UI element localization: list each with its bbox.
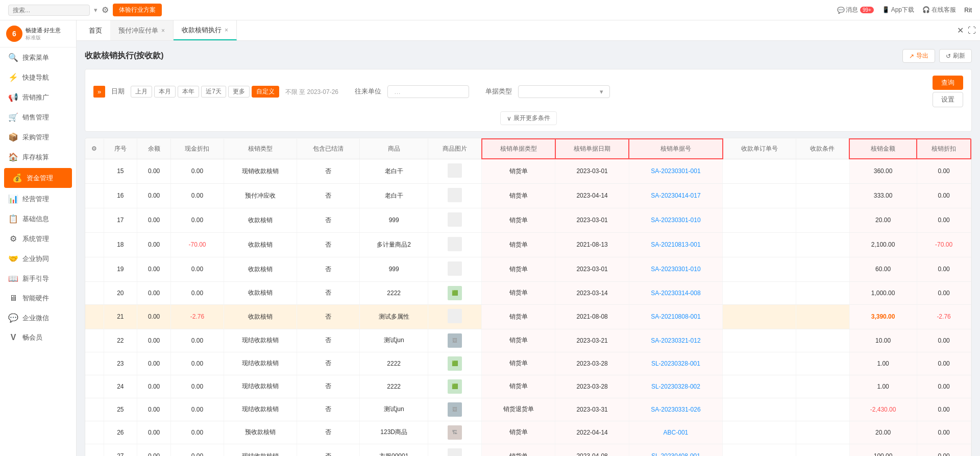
cell-writeoff-type: 预付冲应收 <box>224 183 297 208</box>
order-type-label: 单据类型 <box>485 87 512 96</box>
cell-writeoff-no: SL-20230328-001 <box>629 352 722 375</box>
cell-writeoff-no: SA-20230301-010 <box>629 257 722 281</box>
sidebar-item-quicknav[interactable]: ⚡ 快捷导航 <box>0 67 76 87</box>
cell-included-settled: 否 <box>297 398 359 421</box>
sidebar-item-guide[interactable]: 📖 新手引导 <box>0 269 76 289</box>
app-logo: 6 <box>6 26 22 42</box>
cell-writeoff-date: 2023-03-14 <box>555 281 629 304</box>
query-button[interactable]: 查询 <box>933 76 963 90</box>
cell-writeoff-date: 2023-03-31 <box>555 398 629 421</box>
cell-writeoff-type: 预收款核销 <box>224 421 297 444</box>
cell-writeoff-order-type: 销货单 <box>482 232 555 257</box>
cell-balance: 0.00 <box>137 352 171 375</box>
cell-receipt-terms <box>796 421 849 444</box>
cell-product: 999 <box>360 208 428 232</box>
order-type-select[interactable]: ▾ <box>518 85 610 98</box>
sidebar-item-hardware[interactable]: 🖥 智能硬件 <box>0 289 76 308</box>
cell-receipt-terms <box>796 183 849 208</box>
sidebar-item-operations[interactable]: 📊 经营管理 <box>0 189 76 209</box>
custom-date-btn[interactable]: 自定义 <box>252 86 279 98</box>
expand-more-button[interactable]: ∨ 展开更多条件 <box>500 111 557 125</box>
cell-receipt-order-no <box>723 208 796 232</box>
cell-product-img <box>428 232 482 257</box>
last-7-days-btn[interactable]: 近7天 <box>201 86 226 98</box>
this-month-btn[interactable]: 本月 <box>154 86 176 98</box>
last-month-btn[interactable]: 上月 <box>131 86 152 98</box>
sidebar-item-system[interactable]: ⚙ 系统管理 <box>0 229 76 249</box>
cell-num: 26 <box>104 421 137 444</box>
sidebar-item-search[interactable]: 🔍 搜索菜单 <box>0 47 76 67</box>
cell-product: 123D商品 <box>360 421 428 444</box>
sidebar-item-sales[interactable]: 🛒 销售管理 <box>0 107 76 127</box>
cell-writeoff-no: SA-20230314-008 <box>629 281 722 304</box>
sidebar-item-finance[interactable]: 💰 资金管理 <box>4 168 72 188</box>
online-service-btn[interactable]: 🎧 在线客服 <box>922 6 956 14</box>
cell-writeoff-amount: 1.00 <box>849 375 917 398</box>
box-icon: 📦 <box>8 132 18 142</box>
export-button[interactable]: ↗ 导出 <box>902 49 935 63</box>
date-label: 日期 <box>111 87 125 96</box>
cell-receipt-order-no <box>723 352 796 375</box>
cell-product: 多计量商品2 <box>360 232 428 257</box>
th-writeoff-discount: 核销折扣 <box>917 139 971 159</box>
cell-writeoff-amount: 100.00 <box>849 444 917 456</box>
cell-writeoff-discount: 0.00 <box>917 398 971 421</box>
cell-writeoff-order-type: 销货单 <box>482 257 555 281</box>
tab-home[interactable]: 首页 <box>81 20 110 40</box>
user-name: Rit <box>964 7 972 14</box>
cell-product-img: 🖼 <box>428 398 482 421</box>
sidebar-item-collab[interactable]: 🤝 企业协同 <box>0 249 76 269</box>
cell-writeoff-order-type: 销货单 <box>482 304 555 329</box>
this-year-btn[interactable]: 本年 <box>178 86 199 98</box>
chart-icon: 📊 <box>8 194 18 204</box>
sidebar-item-inventory[interactable]: 🏠 库存核算 <box>0 147 76 167</box>
sidebar-item-marketing[interactable]: 📢 营销推广 <box>0 87 76 107</box>
sidebar-item-wechat[interactable]: 💬 企业微信 <box>0 308 76 328</box>
cell-writeoff-type: 收款核销 <box>224 304 297 329</box>
industry-btn[interactable]: 体验行业方案 <box>113 4 162 16</box>
sidebar-item-purchase[interactable]: 📦 采购管理 <box>0 127 76 147</box>
cell-writeoff-type: 收款核销 <box>224 208 297 232</box>
refresh-icon: ↺ <box>946 53 951 60</box>
tab2-close-icon[interactable]: × <box>225 27 228 34</box>
cell-receipt-terms <box>796 398 849 421</box>
cell-writeoff-discount: 0.00 <box>917 375 971 398</box>
tab-prepay[interactable]: 预付冲应付单 × <box>110 20 174 40</box>
th-settings[interactable]: ⚙ <box>85 139 104 159</box>
sidebar-item-basic[interactable]: 📋 基础信息 <box>0 209 76 229</box>
cell-writeoff-order-type: 销货单 <box>482 281 555 304</box>
tab-writeoff[interactable]: 收款核销执行 × <box>174 20 237 40</box>
cell-receipt-terms <box>796 375 849 398</box>
tab1-close-icon[interactable]: × <box>161 27 165 34</box>
cell-writeoff-amount: 360.00 <box>849 159 917 183</box>
message-badge: 99+ <box>860 7 874 13</box>
refresh-button[interactable]: ↺ 刷新 <box>939 49 972 63</box>
cell-writeoff-discount: 0.00 <box>917 257 971 281</box>
tab-expand-icon[interactable]: ⛶ <box>968 26 976 35</box>
search-input[interactable] <box>8 5 90 16</box>
from-unit-input[interactable]: … <box>387 85 469 98</box>
cell-product: 2222 <box>360 281 428 304</box>
settings-button[interactable]: 设置 <box>933 92 963 107</box>
message-btn[interactable]: 💬 消息 99+ <box>837 6 874 14</box>
cell-num: 19 <box>104 257 137 281</box>
th-writeoff-date: 核销单据日期 <box>555 139 629 159</box>
cell-num: 23 <box>104 352 137 375</box>
table-row: 16 0.00 0.00 预付冲应收 否 老白干 销货单 2023-04-14 … <box>85 183 971 208</box>
cell-writeoff-discount: 0.00 <box>917 183 971 208</box>
chevron-down-icon: ▾ <box>600 88 603 95</box>
app-download-btn[interactable]: 📱 App下载 <box>882 6 914 14</box>
th-writeoff-no: 核销单据号 <box>629 139 722 159</box>
filter-expand-button[interactable]: » <box>93 86 105 98</box>
more-date-btn[interactable]: 更多 <box>228 86 250 98</box>
cell-num: 18 <box>104 232 137 257</box>
cell-product: 老白干 <box>360 183 428 208</box>
top-bar-right: 💬 消息 99+ 📱 App下载 🎧 在线客服 Rit <box>837 6 972 14</box>
tab-bar: 首页 预付冲应付单 × 收款核销执行 × ✕ ⛶ <box>77 20 980 41</box>
cell-product: 衣服00001 <box>360 444 428 456</box>
cell-balance: 0.00 <box>137 304 171 329</box>
cell-receipt-terms <box>796 159 849 183</box>
tab-close-all-icon[interactable]: ✕ <box>957 26 964 35</box>
settings-icon[interactable]: ⚙ <box>102 5 109 15</box>
sidebar-item-vip[interactable]: V 畅会员 <box>0 328 76 347</box>
